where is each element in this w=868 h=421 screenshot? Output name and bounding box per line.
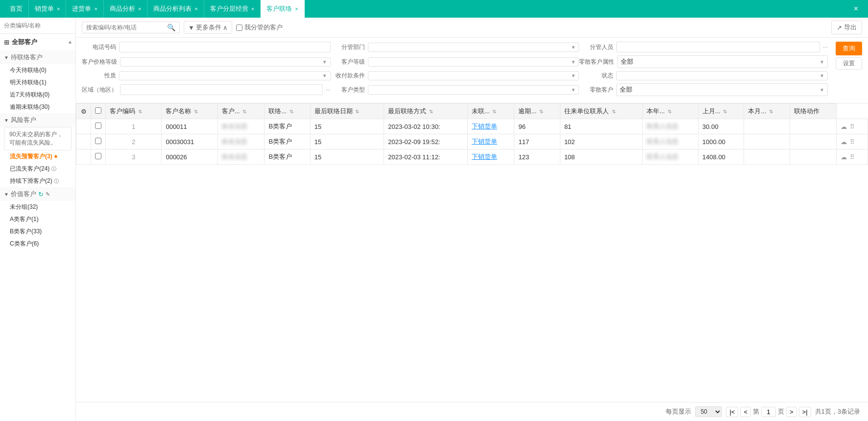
row-checkbox-1[interactable] xyxy=(91,134,106,149)
col-header-this-year[interactable]: 本年... ⇅ xyxy=(643,104,699,119)
manager-input[interactable] xyxy=(616,42,820,52)
prev-page-button[interactable]: < xyxy=(740,407,751,417)
row-last-method-0[interactable]: 下销货单 xyxy=(467,119,514,134)
select-all-checkbox[interactable] xyxy=(95,107,101,114)
all-customers-header[interactable]: ⊞ 全部客户 « xyxy=(0,34,75,50)
row-actions-1[interactable]: ☁ ⠿ xyxy=(837,134,868,149)
my-customers-label[interactable]: 我分管的客户 xyxy=(236,23,283,32)
settings-button[interactable]: 设置 xyxy=(836,57,862,70)
row-code-2: 000026 xyxy=(162,149,217,165)
sidebar-item-today[interactable]: 今天待联络(0) xyxy=(0,64,75,76)
tab-purchase-order[interactable]: 进货单 × xyxy=(66,0,103,18)
tab-customer-contact[interactable]: 客户联络 × xyxy=(261,0,304,18)
col-header-code[interactable]: 客户编码 ⇅ xyxy=(106,104,162,119)
row-checkbox-0[interactable] xyxy=(91,119,106,134)
search-input[interactable] xyxy=(86,24,167,31)
close-customer-contact-icon[interactable]: × xyxy=(295,6,298,12)
action-cloud-icon-0[interactable]: ☁ xyxy=(841,123,847,130)
close-product-analysis-icon[interactable]: × xyxy=(138,6,141,12)
export-button[interactable]: ↗ 导出 xyxy=(831,21,862,34)
action-grid-icon-0[interactable]: ⠿ xyxy=(850,123,855,130)
nature-select[interactable]: ▼ xyxy=(119,71,331,80)
first-page-button[interactable]: |< xyxy=(726,407,738,417)
my-customers-checkbox[interactable] xyxy=(236,25,242,31)
status-select[interactable]: ▼ xyxy=(616,71,828,80)
row-select-1[interactable] xyxy=(95,138,101,144)
sidebar-item-class-b[interactable]: B类客户(33) xyxy=(0,225,75,238)
refresh-icon[interactable]: ↻ xyxy=(38,191,44,198)
window-close-button[interactable]: × xyxy=(848,4,864,13)
col-header-last-date[interactable]: 最后联络日期 ⇅ xyxy=(310,104,384,119)
filter-row-3: 性质 ▼ 收付款条件 ▼ xyxy=(82,71,828,80)
more-filter-button[interactable]: ▼ 更多条件 ∧ xyxy=(184,21,232,34)
close-purchase-icon[interactable]: × xyxy=(94,6,97,12)
manager-more[interactable]: ··· xyxy=(823,44,828,50)
col-header-this-month[interactable]: 本月... ⇅ xyxy=(744,104,790,119)
table-header-row: ⚙ 客户编码 ⇅ 客户名称 ⇅ 客户... ⇅ 联络... ⇅ 最后联络日期 ⇅… xyxy=(76,104,868,119)
region-input[interactable] xyxy=(120,84,323,95)
sidebar-item-churn-warning[interactable]: 流失预警客户(3) ● xyxy=(0,150,75,163)
next-page-button[interactable]: > xyxy=(786,407,797,417)
page-number-input[interactable] xyxy=(761,407,776,417)
phone-input[interactable] xyxy=(119,42,331,52)
col-header-last-month[interactable]: 上月... ⇅ xyxy=(698,104,744,119)
col-header-overdue[interactable]: 逾期... ⇅ xyxy=(514,104,560,119)
retail-attr-select[interactable]: 全部 ▼ xyxy=(617,55,828,68)
col-header-contact[interactable]: 联络... ⇅ xyxy=(265,104,310,119)
last-page-button[interactable]: >| xyxy=(799,407,811,417)
retail-customer-select[interactable]: 全部 ▼ xyxy=(616,83,828,96)
page-size-label: 每页显示 xyxy=(666,407,691,416)
sidebar-item-tomorrow[interactable]: 明天待联络(1) xyxy=(0,76,75,89)
page-size-select[interactable]: 50 100 xyxy=(695,406,722,417)
sidebar-search-input[interactable] xyxy=(4,22,76,29)
tab-home[interactable]: 首页 xyxy=(4,0,29,18)
sidebar-item-7days[interactable]: 近7天待联络(0) xyxy=(0,89,75,101)
row-actions-0[interactable]: ☁ ⠿ xyxy=(837,119,868,134)
section-pending-contact[interactable]: ▼ 待联络客户 xyxy=(0,50,75,64)
row-last-method-2[interactable]: 下销货单 xyxy=(467,149,514,165)
tab-product-analysis[interactable]: 商品分析 × xyxy=(104,0,147,18)
region-more[interactable]: ··· xyxy=(326,86,331,93)
row-actions-2[interactable]: ☁ ⠿ xyxy=(837,149,868,165)
tab-product-analysis-list[interactable]: 商品分析列表 × xyxy=(147,0,204,18)
row-select-0[interactable] xyxy=(95,123,101,129)
sidebar-item-ungrouped[interactable]: 未分组(32) xyxy=(0,201,75,213)
row-select-2[interactable] xyxy=(95,153,101,159)
row-type-1: B类客户 xyxy=(265,134,310,149)
price-level-select[interactable]: ▼ xyxy=(120,57,331,67)
tab-customer-tier[interactable]: 客户分层经营 × xyxy=(204,0,261,18)
payment-select[interactable]: ▼ xyxy=(368,71,579,80)
row-last-method-1[interactable]: 下销货单 xyxy=(467,134,514,149)
col-header-type[interactable]: 客户... ⇅ xyxy=(217,104,265,119)
sidebar-item-declining[interactable]: 持续下滑客户(2) ⓘ xyxy=(0,175,75,187)
query-button[interactable]: 查询 xyxy=(836,42,862,55)
sidebar-item-churned[interactable]: 已流失客户(24) ⓘ xyxy=(0,163,75,175)
section-risk-customer[interactable]: ▼ 风险客户 xyxy=(0,113,75,127)
col-header-contacts[interactable]: 往来单位联系人 ⇅ xyxy=(560,104,642,119)
tab-sales-order[interactable]: 销货单 × xyxy=(29,0,66,18)
close-product-list-icon[interactable]: × xyxy=(194,6,197,12)
tab-home-label: 首页 xyxy=(10,4,23,13)
action-cloud-icon-1[interactable]: ☁ xyxy=(841,138,847,146)
checkbox-column-header[interactable] xyxy=(91,104,106,119)
sidebar-item-overdue[interactable]: 逾期未联络(30) xyxy=(0,101,75,113)
sidebar-item-class-c[interactable]: C类客户(6) xyxy=(0,238,75,250)
close-sales-icon[interactable]: × xyxy=(57,6,60,12)
search-icon[interactable]: 🔍 xyxy=(167,24,175,31)
action-cloud-icon-2[interactable]: ☁ xyxy=(841,153,847,161)
col-header-name[interactable]: 客户名称 ⇅ xyxy=(162,104,217,119)
dept-select[interactable]: ▼ xyxy=(368,43,579,52)
row-checkbox-2[interactable] xyxy=(91,149,106,165)
col-header-last-method[interactable]: 最后联络方式 ⇅ xyxy=(384,104,468,119)
section-value-customer[interactable]: ▼ 价值客户 ↻ ✎ xyxy=(0,187,75,201)
action-grid-icon-2[interactable]: ⠿ xyxy=(850,153,855,161)
filter-row-4: 区域（地区） ··· 客户类型 ▼ 零散客户 xyxy=(82,83,828,96)
customer-level-select[interactable]: ▼ xyxy=(368,57,579,67)
sidebar-item-class-a[interactable]: A类客户(1) xyxy=(0,213,75,225)
customer-type-select[interactable]: ▼ xyxy=(368,85,579,95)
close-customer-tier-icon[interactable]: × xyxy=(251,6,254,12)
edit-icon[interactable]: ✎ xyxy=(46,191,50,198)
action-grid-icon-1[interactable]: ⠿ xyxy=(850,138,855,146)
col-header-unlinked[interactable]: 未联... ⇅ xyxy=(467,104,514,119)
gear-column-header[interactable]: ⚙ xyxy=(76,104,91,119)
